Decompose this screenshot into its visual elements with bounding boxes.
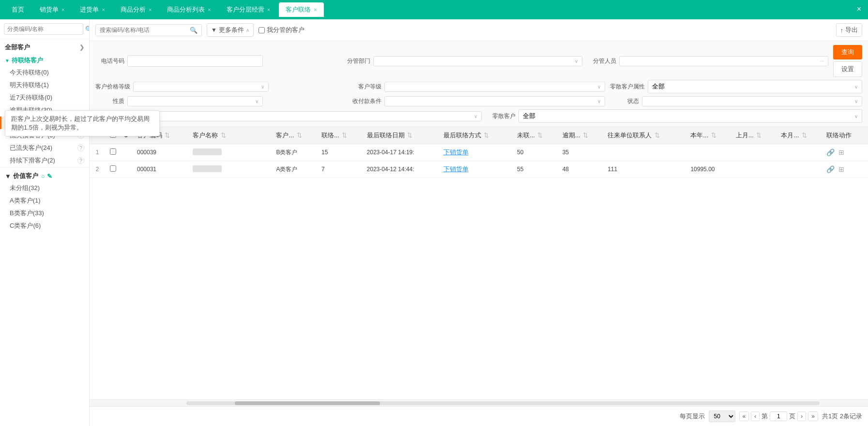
- gender-select[interactable]: ∨: [127, 96, 263, 106]
- dept-select[interactable]: ∨: [373, 56, 582, 66]
- sidebar-item-a-class-label: A类客户(1): [10, 197, 41, 204]
- my-customers-checkbox[interactable]: [259, 27, 265, 33]
- payment-label: 收付款条件: [352, 97, 381, 105]
- action-link-icon-1[interactable]: 🔗: [826, 165, 835, 173]
- row-checkbox-1[interactable]: [110, 165, 116, 172]
- sidebar-collapse-icon[interactable]: ❯: [79, 44, 84, 51]
- cell-type-1: A类客户: [273, 161, 319, 178]
- pending-triangle-icon: ▼: [5, 58, 10, 63]
- sidebar-item-today[interactable]: 今天待联络(0): [0, 66, 89, 79]
- retail-customer-label: 零散客户: [487, 112, 516, 120]
- nav-tab-customer-contact[interactable]: 客户联络 ×: [279, 2, 323, 17]
- customer-type-select[interactable]: ∨: [138, 111, 482, 121]
- nav-tab-product-analysis-close[interactable]: ×: [149, 7, 152, 13]
- advanced-filters: 电话号码 分管部门 ∨ 分管人员 ··· 查询 设置: [90, 41, 868, 127]
- th-last-month[interactable]: 上月... ⇅: [733, 127, 778, 144]
- th-customer-name[interactable]: 客户名称 ⇅: [190, 127, 273, 144]
- per-page-select[interactable]: 50 20 100: [709, 411, 735, 422]
- sidebar-search-icon[interactable]: 🔍: [85, 26, 90, 33]
- cell-last-method-1: 下销货单: [441, 161, 515, 178]
- manager-select[interactable]: ···: [619, 56, 828, 66]
- nav-tab-customer-segmentation-close[interactable]: ×: [267, 7, 270, 13]
- th-contact-count[interactable]: 联络... ⇅: [319, 127, 364, 144]
- cell-unit-contact-0: [605, 144, 687, 161]
- nav-tab-sales-close[interactable]: ×: [61, 7, 64, 13]
- th-this-month[interactable]: 本月... ⇅: [778, 127, 823, 144]
- declining-help-icon[interactable]: ?: [77, 157, 84, 164]
- cell-uncontacted-0: 50: [514, 144, 560, 161]
- th-last-contact-method[interactable]: 最后联络方式 ⇅: [441, 127, 515, 144]
- nav-tab-sales[interactable]: 销货单 ×: [33, 2, 71, 17]
- sidebar-item-declining[interactable]: 持续下滑客户(2) ?: [0, 154, 89, 167]
- th-overdue[interactable]: 逾期... ⇅: [560, 127, 605, 144]
- pending-contact-label: 待联络客户: [12, 56, 43, 65]
- payment-select[interactable]: ∨: [384, 96, 605, 106]
- page-input[interactable]: [770, 411, 787, 421]
- price-level-select[interactable]: ∨: [133, 82, 269, 92]
- status-select[interactable]: ∨: [642, 96, 862, 106]
- anomaly-tooltip: 距客户上次交易时长，超过了此客户的平均交易周期的1.5倍，则视为异常。: [90, 110, 160, 136]
- lost-help-icon[interactable]: ?: [77, 145, 84, 151]
- nav-tab-sales-label: 销货单: [40, 5, 59, 14]
- nav-tab-product-list[interactable]: 商品分析列表 ×: [160, 2, 217, 17]
- sidebar: 🔍 全部客户 ❯ ▼ 待联络客户 今天待联络(0) 明天待联络(1) 近7天待联…: [0, 19, 90, 426]
- nav-tab-home-label: 首页: [12, 5, 24, 14]
- th-unit-contact[interactable]: 往来单位联系人 ⇅: [605, 127, 687, 144]
- row-checkbox-0[interactable]: [110, 148, 116, 155]
- cell-contact-count-1: 7: [319, 161, 364, 178]
- sidebar-search-input[interactable]: [4, 23, 83, 35]
- action-grid-icon-1[interactable]: ⊞: [838, 165, 844, 173]
- last-page-button[interactable]: »: [808, 411, 818, 421]
- nav-tab-purchase[interactable]: 进货单 ×: [73, 2, 111, 17]
- phone-input[interactable]: [127, 55, 263, 67]
- retail-customer-select[interactable]: 全部 ∨: [518, 109, 862, 123]
- sidebar-item-7days[interactable]: 近7天待联络(0): [0, 91, 89, 104]
- cell-overdue-1: 48: [560, 161, 605, 178]
- action-grid-icon-0[interactable]: ⊞: [838, 148, 844, 156]
- all-customers-label: 全部客户: [5, 43, 30, 52]
- last-method-link-0[interactable]: 下销货单: [443, 148, 469, 156]
- sidebar-item-c-class[interactable]: C类客户(6): [0, 220, 89, 232]
- close-all-tabs-button[interactable]: ×: [857, 5, 861, 14]
- retail-customer-value: 全部: [523, 112, 535, 120]
- th-this-year-label: 本年...: [690, 132, 708, 139]
- prev-page-button[interactable]: ‹: [751, 411, 760, 421]
- horizontal-scrollbar-thumb[interactable]: [235, 401, 380, 405]
- more-conditions-button[interactable]: ▼ 更多条件 ∧: [207, 23, 254, 37]
- retail-attr-select[interactable]: 全部 ∨: [648, 80, 862, 93]
- sidebar-item-declining-label: 持续下滑客户(2): [10, 156, 55, 165]
- settings-button[interactable]: 设置: [833, 61, 862, 77]
- query-button[interactable]: 查询: [833, 45, 862, 59]
- th-customer-type[interactable]: 客户... ⇅: [273, 127, 319, 144]
- value-group-settings-icon[interactable]: ○: [41, 173, 45, 180]
- sidebar-item-tomorrow[interactable]: 明天待联络(1): [0, 79, 89, 91]
- nav-tab-product-list-close[interactable]: ×: [208, 7, 211, 13]
- sidebar-item-lost[interactable]: 已流失客户(24) ?: [0, 142, 89, 154]
- action-link-icon-0[interactable]: 🔗: [826, 148, 835, 156]
- sidebar-item-ungroup[interactable]: 未分组(32): [0, 182, 89, 194]
- cell-row-actions-0: 🔗 ⊞: [823, 144, 868, 161]
- search-input[interactable]: [100, 27, 187, 33]
- nav-tab-customer-contact-close[interactable]: ×: [314, 7, 317, 13]
- th-this-year[interactable]: 本年... ⇅: [687, 127, 733, 144]
- th-uncontacted[interactable]: 未联... ⇅: [514, 127, 560, 144]
- value-customer-group[interactable]: ▼ 价值客户 ○ ✎: [0, 169, 89, 182]
- sidebar-item-a-class[interactable]: A类客户(1): [0, 194, 89, 207]
- nav-tab-purchase-close[interactable]: ×: [102, 7, 105, 13]
- cell-this-month-1: [778, 161, 823, 178]
- th-last-contact-date[interactable]: 最后联络日期 ⇅: [364, 127, 441, 144]
- nav-tab-product-analysis[interactable]: 商品分析 ×: [114, 2, 158, 17]
- sidebar-item-b-class[interactable]: B类客户(33): [0, 207, 89, 220]
- export-button[interactable]: ↑ 导出: [836, 23, 863, 37]
- pending-contact-group[interactable]: ▼ 待联络客户: [0, 54, 89, 66]
- my-customers-label: 我分管的客户: [267, 26, 305, 34]
- th-date-sort-icon: ⇅: [407, 132, 412, 139]
- nav-tab-customer-segmentation[interactable]: 客户分层经营 ×: [220, 2, 277, 17]
- first-page-button[interactable]: «: [739, 411, 749, 421]
- next-page-button[interactable]: ›: [797, 411, 806, 421]
- horizontal-scrollbar-area: [90, 399, 868, 406]
- last-method-link-1[interactable]: 下销货单: [443, 165, 469, 173]
- customer-level-select[interactable]: ∨: [384, 82, 605, 92]
- value-group-edit-icon[interactable]: ✎: [47, 173, 52, 180]
- nav-tab-home[interactable]: 首页: [5, 2, 31, 17]
